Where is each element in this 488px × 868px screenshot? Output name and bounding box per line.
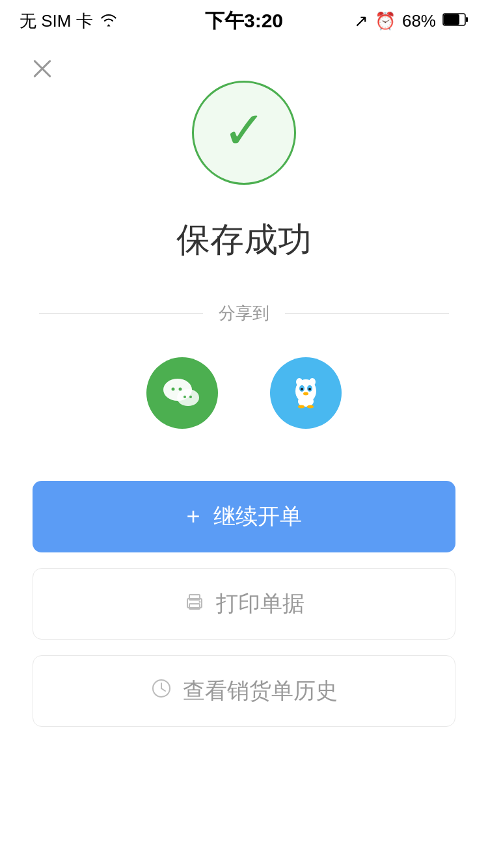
success-circle: ✓ xyxy=(192,81,296,185)
success-title: 保存成功 xyxy=(176,217,312,263)
svg-point-8 xyxy=(189,396,192,398)
history-icon xyxy=(150,677,172,705)
print-button[interactable]: 打印单据 xyxy=(33,568,455,640)
share-divider: 分享到 xyxy=(0,302,488,325)
main-content: ✓ 保存成功 分享到 xyxy=(0,42,488,727)
svg-point-17 xyxy=(307,405,314,409)
wechat-icon xyxy=(159,370,205,416)
checkmark-icon: ✓ xyxy=(223,105,266,157)
continue-order-button[interactable]: + 继续开单 xyxy=(33,481,455,552)
svg-point-13 xyxy=(308,388,311,390)
svg-point-15 xyxy=(298,396,314,407)
wechat-share-button[interactable] xyxy=(146,357,218,429)
svg-point-18 xyxy=(296,378,303,386)
svg-rect-1 xyxy=(444,14,459,25)
svg-point-19 xyxy=(309,378,316,386)
svg-point-7 xyxy=(183,396,186,398)
print-label: 打印单据 xyxy=(216,589,305,619)
qq-icon xyxy=(286,373,326,413)
battery-icon xyxy=(442,11,468,31)
svg-line-26 xyxy=(161,688,165,691)
close-button[interactable] xyxy=(26,52,59,85)
svg-point-23 xyxy=(199,601,201,603)
svg-point-5 xyxy=(172,388,175,391)
svg-point-14 xyxy=(303,392,308,396)
svg-rect-2 xyxy=(466,17,468,22)
status-bar: 无 SIM 卡 下午3:20 ↗ ⏰ 68% xyxy=(0,0,488,42)
svg-point-6 xyxy=(179,388,182,391)
action-buttons: + 继续开单 打印单据 xyxy=(0,481,488,727)
continue-label: 继续开单 xyxy=(213,502,302,532)
share-divider-text: 分享到 xyxy=(203,302,285,325)
divider-line-left xyxy=(39,313,203,314)
status-time: 下午3:20 xyxy=(205,8,283,34)
history-button[interactable]: 查看销货单历史 xyxy=(33,655,455,727)
alarm-icon: ⏰ xyxy=(375,11,396,31)
svg-point-12 xyxy=(301,388,303,390)
svg-point-4 xyxy=(177,389,199,406)
share-icons xyxy=(146,357,342,429)
continue-icon: + xyxy=(186,503,200,530)
location-icon: ↗ xyxy=(354,11,368,31)
print-icon xyxy=(183,591,206,617)
qq-share-button[interactable] xyxy=(270,357,342,429)
battery-percentage: 68% xyxy=(402,11,436,31)
status-left: 无 SIM 卡 xyxy=(20,10,118,33)
history-label: 查看销货单历史 xyxy=(183,676,338,706)
wifi-icon xyxy=(100,11,118,31)
sim-status: 无 SIM 卡 xyxy=(20,10,93,33)
svg-point-16 xyxy=(298,405,305,409)
divider-line-right xyxy=(285,313,449,314)
status-right: ↗ ⏰ 68% xyxy=(354,11,468,31)
